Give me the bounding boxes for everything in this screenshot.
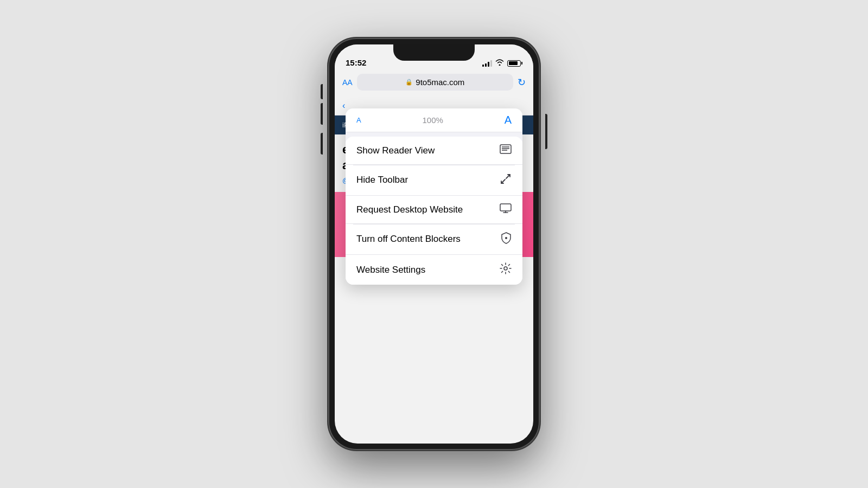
font-size-row[interactable]: A 100% A xyxy=(346,108,522,132)
show-reader-view-item[interactable]: Show Reader View xyxy=(346,137,522,165)
svg-line-5 xyxy=(501,179,505,183)
silent-switch xyxy=(321,84,323,99)
shield-icon xyxy=(501,232,512,247)
volume-up-button xyxy=(321,103,323,125)
gear-icon xyxy=(500,262,512,277)
hide-toolbar-item[interactable]: Hide Toolbar xyxy=(346,165,522,196)
power-button xyxy=(545,114,547,149)
phone-screen: 15:52 xyxy=(335,44,533,444)
menu-divider xyxy=(346,132,522,137)
font-increase-button[interactable]: A xyxy=(505,114,512,126)
svg-rect-6 xyxy=(500,204,511,211)
show-reader-view-label: Show Reader View xyxy=(356,145,435,156)
request-desktop-item[interactable]: Request Desktop Website xyxy=(346,196,522,224)
request-desktop-label: Request Desktop Website xyxy=(356,204,463,215)
hide-toolbar-label: Hide Toolbar xyxy=(356,175,408,185)
volume-down-button xyxy=(321,133,323,155)
menu-section: Show Reader View H xyxy=(346,137,522,285)
content-blockers-item[interactable]: Turn off Content Blockers xyxy=(346,224,522,255)
dropdown-popup: A 100% A Show Reader View xyxy=(346,108,522,285)
phone-mockup: 15:52 xyxy=(328,38,540,450)
font-percent: 100% xyxy=(422,115,443,125)
website-settings-item[interactable]: Website Settings xyxy=(346,255,522,285)
font-decrease-button[interactable]: A xyxy=(356,116,361,124)
svg-rect-0 xyxy=(500,145,511,153)
svg-point-10 xyxy=(504,267,507,270)
desktop-icon xyxy=(500,203,512,216)
hide-toolbar-icon xyxy=(500,173,512,188)
svg-line-4 xyxy=(506,175,510,178)
svg-point-9 xyxy=(505,237,507,239)
content-blockers-label: Turn off Content Blockers xyxy=(356,234,461,245)
reader-view-icon xyxy=(500,144,512,157)
phone-frame: 15:52 xyxy=(328,38,540,450)
website-settings-label: Website Settings xyxy=(356,265,425,275)
